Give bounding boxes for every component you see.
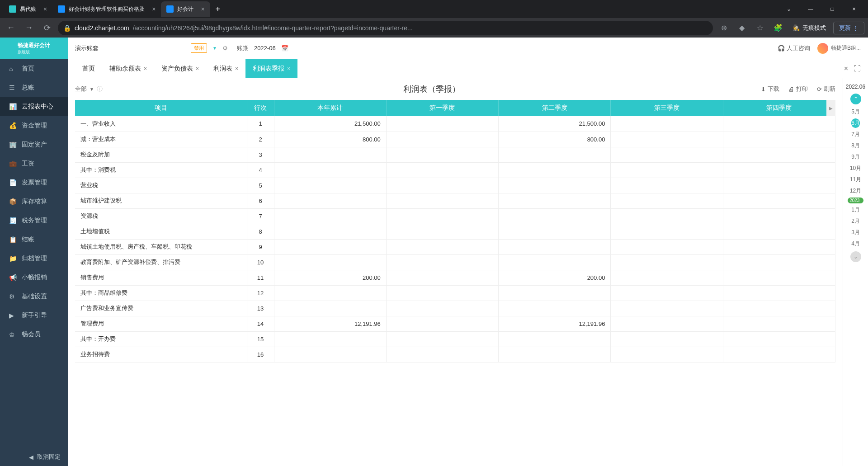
table-row[interactable]: 土地增值税 8 — [75, 224, 835, 239]
period-month[interactable]: 12月 — [848, 185, 863, 197]
close-icon[interactable]: × — [287, 66, 290, 72]
table-wrapper[interactable]: 项目行次本年累计第一季度第二季度第三季度第四季度 一、营业收入 1 21,500… — [75, 100, 835, 466]
new-tab-button[interactable]: + — [210, 5, 226, 14]
table-row[interactable]: 业务招待费 16 — [75, 347, 835, 362]
table-row[interactable]: 税金及附加 3 — [75, 147, 835, 162]
maximize-button[interactable]: □ — [822, 2, 843, 16]
period-month[interactable]: 2月 — [848, 216, 863, 227]
download-button[interactable]: ⬇ 下载 — [761, 85, 779, 93]
table-row[interactable]: 资源税 7 — [75, 208, 835, 224]
sidebar-item-4[interactable]: 🏢固定资产 — [0, 135, 68, 154]
table-row[interactable]: 其中：消费税 4 — [75, 162, 835, 178]
main: 演示账套 禁用 ▼ ⚙ 账期 2022-06 📅 🎧 人工咨询 畅捷通B组... — [68, 38, 868, 466]
table-row[interactable]: 教育费附加、矿产资源补偿费、排污费 10 — [75, 254, 835, 270]
table-row[interactable]: 其中：商品维修费 12 — [75, 285, 835, 301]
extension-puzzle-icon[interactable]: 🧩 — [771, 21, 785, 35]
calendar-icon[interactable]: 📅 — [281, 45, 288, 52]
table-row[interactable]: 管理费用 14 12,191.96 12,191.96 — [75, 316, 835, 331]
page-tab-3[interactable]: 利润表× — [206, 59, 245, 78]
sidebar-item-5[interactable]: 💼工资 — [0, 154, 68, 173]
minimize-button[interactable]: — — [800, 2, 821, 16]
close-icon[interactable]: × — [235, 66, 238, 72]
forward-button[interactable]: → — [22, 21, 36, 35]
dropdown-icon[interactable]: ⌄ — [778, 2, 799, 16]
bookmark-icon[interactable]: ☆ — [753, 21, 767, 35]
period-value[interactable]: 2022-06 — [254, 45, 276, 52]
period-month[interactable]: 8月 — [848, 140, 863, 151]
close-icon[interactable]: × — [201, 5, 204, 13]
url-bar[interactable]: 🔒 cloud2.chanjet.com/accounting/uh26t264… — [58, 21, 713, 35]
help-icon[interactable]: ⓘ — [97, 85, 103, 93]
table-row[interactable]: 营业税 5 — [75, 178, 835, 193]
sidebar-item-7[interactable]: 📦库存核算 — [0, 192, 68, 211]
sidebar-pin-toggle[interactable]: ◀ 取消固定 — [0, 448, 68, 466]
fullscreen-icon[interactable]: ⛶ — [854, 65, 861, 73]
period-month[interactable]: 11月 — [848, 174, 863, 185]
back-button[interactable]: ← — [4, 21, 18, 35]
account-name[interactable]: 演示账套 — [75, 44, 99, 52]
filter-dropdown[interactable]: 全部 ▼ ⓘ — [75, 85, 103, 93]
extension-icon[interactable]: ◆ — [735, 21, 749, 35]
table-row[interactable]: 广告费和业务宣传费 13 — [75, 301, 835, 316]
period-month[interactable]: 4月 — [848, 238, 863, 249]
app: 畅捷通好会计 旗舰版 ⌂首页☰总账📊云报表中心💰资金管理🏢固定资产💼工资📄发票管… — [0, 38, 868, 466]
period-month[interactable]: 9月 — [848, 151, 863, 163]
sidebar-item-3[interactable]: 💰资金管理 — [0, 116, 68, 135]
logo[interactable]: 畅捷通好会计 旗舰版 — [0, 38, 68, 59]
table-row[interactable]: 减：营业成本 2 800.00 800.00 — [75, 132, 835, 147]
sidebar-item-1[interactable]: ☰总账 — [0, 78, 68, 97]
close-icon[interactable]: × — [152, 5, 156, 13]
gear-icon[interactable]: ⚙ — [222, 45, 228, 52]
support-link[interactable]: 🎧 人工咨询 — [778, 44, 810, 52]
scroll-right-button[interactable]: ▶ — [826, 100, 835, 116]
sidebar-item-9[interactable]: 📋结账 — [0, 230, 68, 249]
sidebar-item-8[interactable]: 🧾税务管理 — [0, 211, 68, 230]
refresh-button[interactable]: ⟳ 刷新 — [817, 85, 835, 93]
period-month[interactable]: 7月 — [848, 129, 863, 140]
column-header: 本年累计 — [274, 100, 386, 116]
period-month[interactable]: 3月 — [848, 227, 863, 238]
sidebar-icon: 📊 — [9, 103, 16, 110]
page-tab-2[interactable]: 资产负债表× — [154, 59, 206, 78]
close-icon[interactable]: × — [196, 66, 199, 72]
sidebar-icon: ☰ — [9, 84, 16, 91]
period-month[interactable]: 6月 — [851, 118, 860, 128]
cell-q2: 12,191.96 — [499, 316, 611, 331]
zoom-icon[interactable]: ⊕ — [717, 21, 731, 35]
table-row[interactable]: 城镇土地使用税、房产税、车船税、印花税 9 — [75, 239, 835, 254]
close-all-tabs-button[interactable]: × — [844, 65, 848, 73]
page-tab-1[interactable]: 辅助余额表× — [102, 59, 154, 78]
scroll-down-button[interactable]: ⌄ — [850, 251, 861, 262]
table-row[interactable]: 城市维护建设税 6 — [75, 193, 835, 208]
sidebar-item-13[interactable]: ▶新手引导 — [0, 306, 68, 325]
period-month[interactable]: 10月 — [848, 163, 863, 174]
sidebar-item-0[interactable]: ⌂首页 — [0, 59, 68, 78]
scroll-up-button[interactable]: ⌃ — [850, 94, 861, 104]
period-month[interactable]: 1月 — [848, 204, 863, 216]
sidebar-item-2[interactable]: 📊云报表中心 — [0, 97, 68, 116]
close-icon[interactable]: × — [144, 66, 147, 72]
print-button[interactable]: 🖨 打印 — [788, 85, 808, 93]
chevron-down-icon[interactable]: ▼ — [212, 46, 217, 51]
table-row[interactable]: 一、营业收入 1 21,500.00 21,500.00 — [75, 116, 835, 132]
user-menu[interactable]: 畅捷通B组... — [817, 43, 861, 54]
page-tab-4[interactable]: 利润表季报× — [245, 59, 297, 78]
sidebar-item-11[interactable]: 📢小畅报销 — [0, 268, 68, 287]
sidebar-item-6[interactable]: 📄发票管理 — [0, 173, 68, 192]
reload-button[interactable]: ⟳ — [40, 21, 54, 35]
table-row[interactable]: 其中：开办费 15 — [75, 331, 835, 347]
close-icon[interactable]: × — [43, 5, 47, 13]
cell-q4 — [723, 254, 835, 270]
update-button[interactable]: 更新 ⋮ — [833, 22, 864, 34]
table-row[interactable]: 销售费用 11 200.00 200.00 — [75, 270, 835, 285]
browser-tab-1[interactable]: 好会计财务管理软件购买价格及 × — [52, 1, 161, 17]
close-window-button[interactable]: × — [844, 2, 864, 16]
disable-button[interactable]: 禁用 — [191, 43, 207, 53]
period-month[interactable]: 5月 — [848, 106, 863, 118]
sidebar-item-14[interactable]: ♔畅会员 — [0, 325, 68, 344]
sidebar-item-10[interactable]: 📁归档管理 — [0, 249, 68, 268]
page-tab-0[interactable]: 首页 — [75, 59, 102, 78]
sidebar-item-12[interactable]: ⚙基础设置 — [0, 287, 68, 306]
browser-tab-0[interactable]: 易代账 × — [4, 1, 52, 17]
browser-tab-2[interactable]: 好会计 × — [161, 1, 210, 17]
